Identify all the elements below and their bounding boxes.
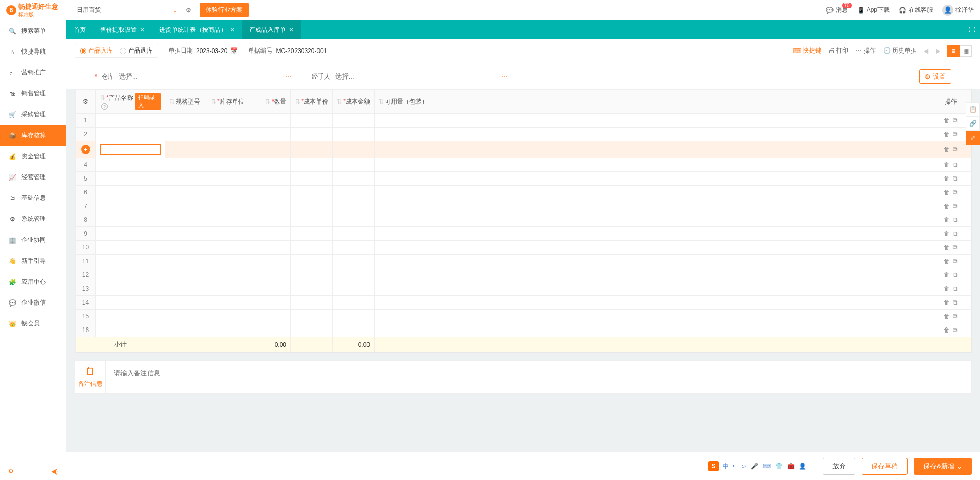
scan-entry-button[interactable]: 扫码录入 [135, 93, 161, 110]
cell-spec[interactable] [165, 255, 207, 268]
messages-button[interactable]: 💬 消息 70 [826, 6, 848, 14]
th-unit[interactable]: ⇅*库存单位 [207, 90, 249, 114]
cell-product-name[interactable] [96, 141, 165, 158]
sidebar-item-8[interactable]: 🗂基础信息 [0, 188, 66, 209]
cell-available[interactable] [375, 213, 930, 227]
cell-product-name[interactable] [96, 282, 165, 296]
table-row[interactable]: 9🗑⧉ [76, 227, 971, 241]
app-download-button[interactable]: 📱 App下载 [857, 6, 890, 14]
handler-more-icon[interactable]: ⋯ [502, 73, 508, 80]
cell-available[interactable] [375, 128, 930, 141]
cell-qty[interactable] [249, 172, 291, 186]
category-dropdown[interactable]: 日用百货 ⌄ [77, 6, 178, 14]
cell-unit[interactable] [207, 186, 249, 199]
cell-unit[interactable] [207, 128, 249, 141]
sidebar-item-13[interactable]: 💬企业微信 [0, 292, 66, 313]
cell-amount[interactable] [333, 310, 375, 323]
cell-price[interactable] [291, 227, 333, 241]
cell-amount[interactable] [333, 227, 375, 241]
save-and-new-button[interactable]: 保存&新增 ⌄ [914, 458, 972, 475]
cell-product-name[interactable] [96, 199, 165, 213]
sidebar-item-0[interactable]: 🔍搜索菜单 [0, 20, 66, 41]
row-delete-icon[interactable]: 🗑 [944, 117, 950, 124]
view-list-button[interactable]: ≡ [947, 45, 960, 57]
cell-amount[interactable] [333, 213, 375, 227]
cell-price[interactable] [291, 172, 333, 186]
cell-spec[interactable] [165, 323, 207, 337]
rail-expand-icon[interactable]: ⤢ [966, 131, 980, 145]
tabs-minimize-button[interactable]: — [947, 20, 964, 39]
table-row[interactable]: 10🗑⧉ [76, 241, 971, 255]
table-row[interactable]: 13🗑⧉ [76, 282, 971, 296]
tab-2[interactable]: 进货单统计表（按商品）✕ [152, 20, 242, 39]
row-copy-icon[interactable]: ⧉ [953, 161, 958, 168]
sidebar-item-6[interactable]: 💰资金管理 [0, 146, 66, 167]
cell-unit[interactable] [207, 172, 249, 186]
print-button[interactable]: 🖨 打印 [828, 46, 848, 55]
sidebar-item-10[interactable]: 🏢企业协同 [0, 230, 66, 250]
th-gear[interactable]: ⚙ [76, 90, 96, 114]
row-delete-icon[interactable]: 🗑 [944, 271, 950, 279]
ime-skin-icon[interactable]: 👕 [775, 463, 783, 470]
cell-qty[interactable] [249, 199, 291, 213]
cell-product-name[interactable] [96, 255, 165, 268]
radio-product-out[interactable]: 产品退库 [120, 46, 153, 55]
cell-price[interactable] [291, 296, 333, 310]
cell-unit[interactable] [207, 141, 249, 158]
try-industry-button[interactable]: 体验行业方案 [200, 3, 249, 17]
cell-price[interactable] [291, 282, 333, 296]
cell-available[interactable] [375, 172, 930, 186]
cell-available[interactable] [375, 296, 930, 310]
help-icon[interactable]: ? [101, 103, 108, 110]
cell-product-name[interactable] [96, 114, 165, 128]
cell-unit[interactable] [207, 323, 249, 337]
row-copy-icon[interactable]: ⧉ [953, 146, 958, 153]
cell-available[interactable] [375, 114, 930, 128]
cell-spec[interactable] [165, 172, 207, 186]
cell-qty[interactable] [249, 282, 291, 296]
cell-price[interactable] [291, 128, 333, 141]
table-row[interactable]: 5🗑⧉ [76, 172, 971, 186]
cell-amount[interactable] [333, 172, 375, 186]
cell-product-name[interactable] [96, 296, 165, 310]
row-delete-icon[interactable]: 🗑 [944, 326, 950, 334]
sidebar-item-7[interactable]: 📈经营管理 [0, 167, 66, 188]
cell-available[interactable] [375, 241, 930, 255]
th-qty[interactable]: ⇅*数量 [249, 90, 291, 114]
tab-close-icon[interactable]: ✕ [289, 26, 294, 33]
cell-spec[interactable] [165, 158, 207, 172]
next-record-button[interactable]: ▶ [936, 47, 940, 55]
sidebar-item-9[interactable]: ⚙系统管理 [0, 209, 66, 230]
cell-amount[interactable] [333, 128, 375, 141]
th-price[interactable]: ⇅*成本单价 [291, 90, 333, 114]
th-product-name[interactable]: ⇅*产品名称? 扫码录入 [96, 90, 165, 114]
cell-product-name[interactable] [96, 268, 165, 282]
cell-qty[interactable] [249, 128, 291, 141]
cell-product-name[interactable] [96, 158, 165, 172]
tab-close-icon[interactable]: ✕ [140, 26, 145, 33]
rail-link-icon[interactable]: 🔗 [966, 116, 980, 131]
cell-price[interactable] [291, 141, 333, 158]
row-delete-icon[interactable]: 🗑 [944, 230, 950, 237]
cell-unit[interactable] [207, 158, 249, 172]
cell-qty[interactable] [249, 296, 291, 310]
table-row[interactable]: 7🗑⧉ [76, 199, 971, 213]
cell-spec[interactable] [165, 268, 207, 282]
cell-qty[interactable] [249, 213, 291, 227]
cell-available[interactable] [375, 199, 930, 213]
cell-available[interactable] [375, 255, 930, 268]
cell-unit[interactable] [207, 199, 249, 213]
cell-amount[interactable] [333, 268, 375, 282]
th-available[interactable]: ⇅可用量（包装） [375, 90, 930, 114]
cell-available[interactable] [375, 282, 930, 296]
row-copy-icon[interactable]: ⧉ [953, 313, 958, 320]
row-delete-icon[interactable]: 🗑 [944, 313, 950, 320]
cell-spec[interactable] [165, 310, 207, 323]
ime-keyboard-icon[interactable]: ⌨ [763, 463, 771, 470]
row-delete-icon[interactable]: 🗑 [944, 131, 950, 138]
sidebar-item-2[interactable]: 🏷营销推广 [0, 62, 66, 83]
cell-qty[interactable] [249, 186, 291, 199]
table-row[interactable]: 16🗑⧉ [76, 323, 971, 337]
row-delete-icon[interactable]: 🗑 [944, 146, 950, 153]
gear-icon[interactable]: ⚙ [186, 7, 191, 14]
